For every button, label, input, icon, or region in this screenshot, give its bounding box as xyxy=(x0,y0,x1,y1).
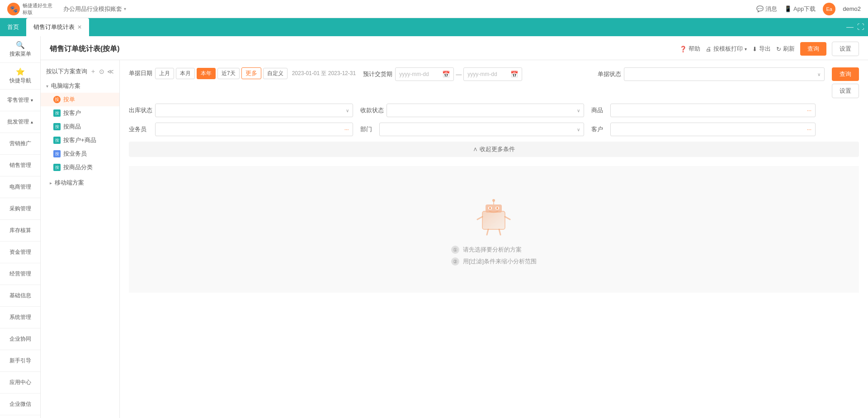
tab-bar-actions: — ⛶ xyxy=(846,23,868,31)
left-panel: 按以下方案查询 ＋ ⊙ ≪ ▾ 电脑端方案 按 按单 xyxy=(41,60,120,418)
sidebar-item-operations[interactable]: 经营管理 xyxy=(0,263,40,285)
sidebar-item-wholesale[interactable]: 批发管理 ▴ xyxy=(0,111,40,133)
mobile-arrow-icon: ▸ xyxy=(50,180,52,185)
sidebar-item-purchase[interactable]: 采购管理 xyxy=(0,198,40,220)
this-year-btn[interactable]: 本年 xyxy=(197,68,216,79)
empty-illustration xyxy=(471,193,516,238)
sidebar-item-marketing[interactable]: 营销推广 xyxy=(0,133,40,155)
sidebar-item-sales[interactable]: 销售管理 xyxy=(0,155,40,176)
query-button[interactable]: 查询 xyxy=(800,42,826,56)
salesperson-input[interactable]: ··· xyxy=(155,123,353,136)
app-download-btn[interactable]: 📱 App下载 xyxy=(784,5,816,13)
tree-mobile-group[interactable]: ▸ 移动端方案 xyxy=(41,176,119,190)
department-select[interactable]: ∨ xyxy=(379,123,585,136)
payment-label: 收款状态 xyxy=(360,106,384,114)
tree-parent-desktop[interactable]: ▾ 电脑端方案 xyxy=(41,79,119,93)
expand-icon-wholesale: ▴ xyxy=(31,119,33,124)
header-left: 🐾 畅捷通好生意 标版 办公用品行业模拟账套 ▾ xyxy=(7,2,126,15)
tree-item-by-order[interactable]: 按 按单 xyxy=(41,93,119,106)
this-month-btn[interactable]: 本月 xyxy=(176,68,195,79)
out-status-select[interactable]: ∨ xyxy=(155,104,353,117)
out-status-label: 出库状态 xyxy=(129,106,152,114)
goods-label: 商品 xyxy=(591,106,608,114)
tab-bar: 首页 销售订单统计表 ✕ — ⛶ xyxy=(0,18,868,36)
customer-input[interactable]: ··· xyxy=(610,123,816,136)
help-btn[interactable]: ❓ 帮助 xyxy=(679,45,700,53)
sidebar-item-app-center[interactable]: 应用中心 xyxy=(0,372,40,394)
template-print-btn[interactable]: 🖨 按模板打印 ▾ xyxy=(706,45,747,53)
sidebar-item-ecommerce[interactable]: 电商管理 xyxy=(0,176,40,198)
filter-panel: 单据日期 上月 本月 本年 近7天 更多 自定义 2023-01-01 至 20… xyxy=(120,60,868,418)
date-range-text: 2023-01-01 至 2023-12-31 xyxy=(292,70,356,77)
status-select[interactable]: ∨ xyxy=(624,67,825,81)
page-actions: ❓ 帮助 🖨 按模板打印 ▾ ⬇ 导出 ↻ 刷新 查询 设置 xyxy=(679,42,859,56)
tree-item-by-customer[interactable]: 按 按客户 xyxy=(41,106,119,120)
help-icon: ❓ xyxy=(679,46,687,52)
delivery-date-from[interactable]: yyyy-mm-dd 📅 xyxy=(395,67,454,81)
empty-box: ① 请先选择要分析的方案 ② 用[过滤]条件来缩小分析范围 xyxy=(451,193,537,266)
tree-item-by-goods[interactable]: 按 按商品 xyxy=(41,120,119,133)
sidebar-item-finance[interactable]: 资金管理 xyxy=(0,242,40,263)
maximize-icon[interactable]: ⛶ xyxy=(857,23,864,31)
tab-close-icon[interactable]: ✕ xyxy=(77,24,82,30)
sidebar-item-retail[interactable]: 零售管理 ▾ xyxy=(0,90,40,111)
sidebar-item-enterprise[interactable]: 企业协同 xyxy=(0,328,40,350)
collapse-bar[interactable]: ∧ 收起更多条件 xyxy=(129,142,859,157)
by-sp-icon: 按 xyxy=(53,150,61,157)
settings-scheme-icon[interactable]: ⊙ xyxy=(99,68,104,75)
user-avatar[interactable]: Ea xyxy=(823,3,835,15)
page-title: 销售订单统计表(按单) xyxy=(50,44,120,54)
last-month-btn[interactable]: 上月 xyxy=(155,68,174,79)
delivery-date-to[interactable]: yyyy-mm-dd 📅 xyxy=(463,67,522,81)
date-separator: — xyxy=(456,71,462,78)
last-7-btn[interactable]: 近7天 xyxy=(217,68,240,79)
logo-icon: 🐾 xyxy=(7,3,20,15)
download-icon: 📱 xyxy=(784,5,792,12)
custom-btn[interactable]: 自定义 xyxy=(263,68,288,79)
refresh-icon: ↻ xyxy=(776,46,781,52)
sidebar-item-guide[interactable]: 新手引导 xyxy=(0,350,40,372)
goods-input[interactable]: ··· xyxy=(610,104,816,117)
tree-arrow-icon: ▾ xyxy=(46,84,48,89)
payment-select[interactable]: ∨ xyxy=(387,104,585,117)
message-icon: 💬 xyxy=(756,5,764,12)
tab-home[interactable]: 首页 xyxy=(0,18,26,36)
svg-rect-4 xyxy=(489,207,491,209)
page-header: 销售订单统计表(按单) ❓ 帮助 🖨 按模板打印 ▾ ⬇ 导出 ↻ 刷新 xyxy=(41,36,868,60)
sidebar-item-member[interactable]: 畅会员 xyxy=(0,415,40,418)
by-cg-icon: 按 xyxy=(53,137,61,144)
customer-label: 客户 xyxy=(591,125,608,133)
refresh-btn[interactable]: ↻ 刷新 xyxy=(776,45,795,53)
industry-dropdown[interactable]: 办公用品行业模拟账套 ▾ xyxy=(63,5,126,13)
collapse-arrow-icon: ∧ xyxy=(473,146,480,152)
tab-sales-stats[interactable]: 销售订单统计表 ✕ xyxy=(26,18,89,36)
logo-text: 畅捷通好生意 标版 xyxy=(23,2,52,15)
more-btn[interactable]: 更多 xyxy=(241,67,261,79)
panel-icons: ＋ ⊙ ≪ xyxy=(90,67,114,76)
minimize-icon[interactable]: — xyxy=(846,23,854,31)
sidebar-item-search[interactable]: 🔍 搜索菜单 xyxy=(0,36,40,63)
add-scheme-icon[interactable]: ＋ xyxy=(90,67,96,76)
sidebar-item-wechat[interactable]: 企业微信 xyxy=(0,394,40,415)
payment-arrow: ∨ xyxy=(577,108,580,113)
empty-tips: ① 请先选择要分析的方案 ② 用[过滤]条件来缩小分析范围 xyxy=(451,246,537,266)
settings-button[interactable]: 设置 xyxy=(832,42,859,56)
tree-item-by-salesperson[interactable]: 按 按业务员 xyxy=(41,147,119,161)
sidebar-item-inventory[interactable]: 库存核算 xyxy=(0,220,40,242)
sidebar-item-system[interactable]: 系统管理 xyxy=(0,307,40,328)
message-btn[interactable]: 💬 消息 xyxy=(756,5,777,13)
svg-rect-1 xyxy=(486,204,502,213)
sidebar-item-quick-nav[interactable]: ⭐ 快捷导航 xyxy=(0,63,40,90)
tree-item-by-category[interactable]: 按 按商品分类 xyxy=(41,161,119,174)
export-btn[interactable]: ⬇ 导出 xyxy=(752,45,771,53)
dropdown-arrow-icon: ▾ xyxy=(124,6,126,11)
settings-button-2[interactable]: 设置 xyxy=(832,84,859,98)
main-layout: 🔍 搜索菜单 ⭐ 快捷导航 零售管理 ▾ 批发管理 ▴ 营销推广 销售管理 电商… xyxy=(0,36,868,418)
status-arrow-icon: ∨ xyxy=(817,72,821,77)
tree-item-by-customer-goods[interactable]: 按 按客户+商品 xyxy=(41,133,119,147)
logo-area: 🐾 畅捷通好生意 标版 xyxy=(7,2,52,15)
predicted-delivery-label: 预计交货期 xyxy=(363,70,392,78)
query-button-2[interactable]: 查询 xyxy=(832,67,859,81)
sidebar-item-basic[interactable]: 基础信息 xyxy=(0,285,40,307)
collapse-icon[interactable]: ≪ xyxy=(107,68,114,75)
